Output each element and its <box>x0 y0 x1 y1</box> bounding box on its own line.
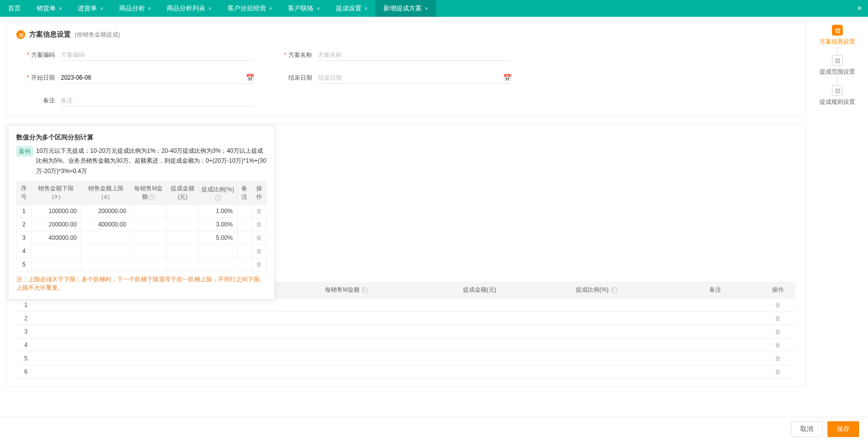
close-icon[interactable]: × <box>208 5 211 11</box>
col-amount: 提成金额(元) <box>458 282 571 299</box>
plan-name-label: *方案名称 <box>274 51 312 59</box>
plan-name-input[interactable] <box>317 49 511 61</box>
table-row[interactable]: 3🗑 <box>16 325 795 339</box>
close-icon[interactable]: × <box>425 5 428 11</box>
table-row[interactable]: 2🗑 <box>16 312 795 325</box>
end-date-input[interactable] <box>317 72 503 83</box>
trash-icon[interactable]: 🗑 <box>775 302 781 309</box>
start-date-label: *开始日期 <box>16 74 55 82</box>
table-row: 5🗑 <box>17 258 267 271</box>
section-icon: ▤ <box>16 30 25 39</box>
trash-icon[interactable]: 🗑 <box>256 221 262 228</box>
step-icon: ▤ <box>832 55 843 66</box>
close-icon[interactable]: × <box>269 5 272 11</box>
step-plan-info[interactable]: ▤ 方案信息设置 <box>813 25 862 55</box>
trash-icon[interactable]: 🗑 <box>256 248 262 255</box>
close-icon[interactable]: × <box>59 5 62 11</box>
section-subtitle: (按销售金额提成) <box>75 31 120 39</box>
tab-product-analysis-list[interactable]: 商品分析列表× <box>159 0 219 17</box>
end-date-label: 结束日期 <box>274 74 312 82</box>
tab-customer-tier[interactable]: 客户分层经营× <box>220 0 280 17</box>
step-nav: ▤ 方案信息设置 ▤ 提成范围设置 ▤ 提成规则设置 <box>813 22 862 394</box>
table-row[interactable]: 5🗑 <box>16 352 795 365</box>
plan-code-input[interactable] <box>60 49 254 61</box>
plan-code-label: *方案编码 <box>16 51 55 59</box>
step-scope[interactable]: ▤ 提成范围设置 <box>813 55 862 85</box>
trash-icon[interactable]: 🗑 <box>775 342 781 349</box>
table-row[interactable]: 1🗑 <box>16 299 795 312</box>
col-unit: 每销售M金额 ? <box>320 282 458 299</box>
tab-bar: 首页 销货单× 进货单× 商品分析× 商品分析列表× 客户分层经营× 客户联络×… <box>0 0 868 17</box>
info-icon[interactable]: ? <box>362 287 368 293</box>
trash-icon[interactable]: 🗑 <box>256 234 262 241</box>
trash-icon[interactable]: 🗑 <box>775 328 781 335</box>
step-rules[interactable]: ▤ 提成规则设置 <box>813 85 862 115</box>
cancel-button[interactable]: 取消 <box>791 421 822 424</box>
tier-example-tooltip: 数值分为多个区间分别计算 案例 10万元以下无提成；10-20万元提成比例为1%… <box>8 126 275 300</box>
plan-info-card: ▤ 方案信息设置 (按销售金额提成) *方案编码 *方案名称 *开始日期 <box>6 22 806 117</box>
table-row: 4🗑 <box>17 245 267 258</box>
example-badge: 案例 <box>16 146 33 157</box>
calendar-icon[interactable]: 📅 <box>503 74 511 82</box>
example-table: 序号 销售金额下限（>） 销售金额上限（≤） 每销售M金额? 提成金额(元) 提… <box>16 181 267 271</box>
table-row: 1100000.00200000.001.00%🗑 <box>17 205 267 218</box>
save-button[interactable]: 保存 <box>827 421 859 424</box>
remark-input[interactable] <box>60 95 254 106</box>
tab-home[interactable]: 首页 <box>0 0 29 17</box>
close-icon[interactable]: × <box>100 5 103 11</box>
trash-icon[interactable]: 🗑 <box>256 208 262 215</box>
start-date-input[interactable] <box>60 72 246 83</box>
tabbar-close-button[interactable]: × <box>851 0 868 17</box>
info-icon: ? <box>149 194 155 200</box>
table-row[interactable]: 6🗑 <box>16 365 795 379</box>
close-icon[interactable]: × <box>148 5 151 11</box>
info-icon: ? <box>215 195 221 201</box>
tab-commission-settings[interactable]: 提成设置× <box>328 0 375 17</box>
trash-icon[interactable]: 🗑 <box>775 315 781 322</box>
calendar-icon[interactable]: 📅 <box>246 74 254 82</box>
col-rate: 提成比例(%) ? <box>571 282 704 299</box>
table-row[interactable]: 4🗑 <box>16 339 795 352</box>
example-note: 注：上限必须大于下限；多个阶梯时，下一个阶梯下限需等于前一阶梯上限；不同行之间下… <box>16 275 267 292</box>
tooltip-title: 数值分为多个区间分别计算 <box>16 133 267 142</box>
close-icon[interactable]: × <box>317 5 320 11</box>
trash-icon[interactable]: 🗑 <box>256 261 262 268</box>
remark-label: 备注 <box>16 96 55 105</box>
example-text: 10万元以下无提成；10-20万元提成比例为1%；20-40万提成比例为3%；4… <box>36 146 267 176</box>
tab-sales-order[interactable]: 销货单× <box>29 0 70 17</box>
tab-purchase-order[interactable]: 进货单× <box>70 0 111 17</box>
col-remark: 备注 <box>704 282 761 299</box>
trash-icon[interactable]: 🗑 <box>775 368 781 375</box>
section-title: 方案信息设置 <box>29 30 71 39</box>
close-icon[interactable]: × <box>365 5 367 11</box>
trash-icon[interactable]: 🗑 <box>775 355 781 362</box>
step-icon: ▤ <box>832 85 843 96</box>
info-icon[interactable]: ? <box>611 287 617 293</box>
footer-bar: 取消 保存 <box>0 417 868 424</box>
col-action: 操作 <box>761 282 795 299</box>
table-row: 3400000.005.00%🗑 <box>17 231 267 245</box>
tab-customer-contact[interactable]: 客户联络× <box>280 0 327 17</box>
tab-new-commission-plan[interactable]: 新增提成方案× <box>375 0 436 17</box>
table-row: 2200000.00400000.003.00%🗑 <box>17 218 267 231</box>
tab-product-analysis[interactable]: 商品分析× <box>111 0 159 17</box>
step-icon: ▤ <box>832 25 843 36</box>
